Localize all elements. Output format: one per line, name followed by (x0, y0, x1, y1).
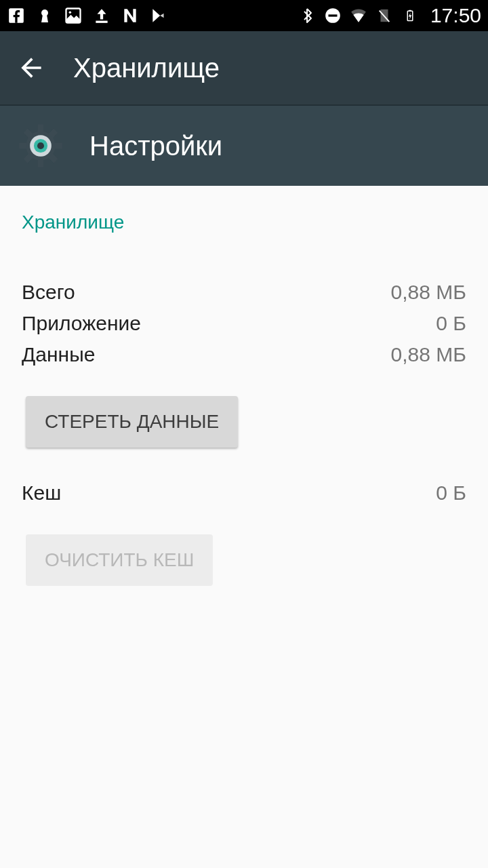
row-app-value: 0 Б (436, 312, 466, 335)
back-arrow-icon[interactable] (16, 53, 46, 83)
row-cache: Кеш 0 Б (22, 477, 466, 509)
settings-gear-icon (16, 121, 65, 170)
svg-rect-13 (19, 143, 27, 149)
svg-point-21 (37, 142, 44, 149)
row-app-label: Приложение (22, 312, 141, 335)
svg-rect-6 (328, 14, 337, 16)
facebook-notification-icon (7, 6, 26, 25)
row-total: Всего 0,88 МБ (22, 277, 466, 308)
upload-icon (92, 6, 111, 25)
no-sim-icon (375, 6, 394, 25)
status-time: 17:50 (430, 4, 481, 27)
row-app: Приложение 0 Б (22, 308, 466, 339)
app-bar: Хранилище (0, 31, 488, 104)
row-cache-label: Кеш (22, 481, 61, 505)
main-content: Хранилище Всего 0,88 МБ Приложение 0 Б Д… (0, 186, 488, 616)
n-app-icon (121, 6, 140, 25)
svg-rect-11 (38, 124, 44, 132)
row-data-value: 0,88 МБ (391, 343, 466, 366)
row-data: Данные 0,88 МБ (22, 339, 466, 370)
row-total-value: 0,88 МБ (391, 281, 466, 304)
svg-rect-14 (54, 143, 62, 149)
status-bar: 17:50 (0, 0, 488, 31)
page-title: Хранилище (73, 53, 220, 83)
svg-point-3 (69, 12, 72, 14)
app-name: Настройки (89, 131, 222, 161)
app-identity-header: Настройки (0, 106, 488, 186)
clear-cache-button: ОЧИСТИТЬ КЕШ (26, 534, 213, 586)
svg-rect-9 (409, 10, 411, 12)
section-title-storage: Хранилище (22, 186, 466, 252)
do-not-disturb-icon (323, 6, 342, 25)
battery-charging-icon (401, 6, 420, 25)
row-cache-value: 0 Б (436, 481, 466, 505)
play-store-icon (149, 6, 168, 25)
keyhole-icon (35, 6, 54, 25)
svg-rect-4 (96, 21, 107, 23)
bluetooth-icon (298, 6, 317, 25)
picture-icon (64, 6, 83, 25)
svg-rect-12 (38, 159, 44, 167)
row-total-label: Всего (22, 281, 75, 304)
clear-data-button[interactable]: СТЕРЕТЬ ДАННЫЕ (26, 396, 238, 448)
row-data-label: Данные (22, 343, 95, 366)
wifi-icon (349, 6, 368, 25)
